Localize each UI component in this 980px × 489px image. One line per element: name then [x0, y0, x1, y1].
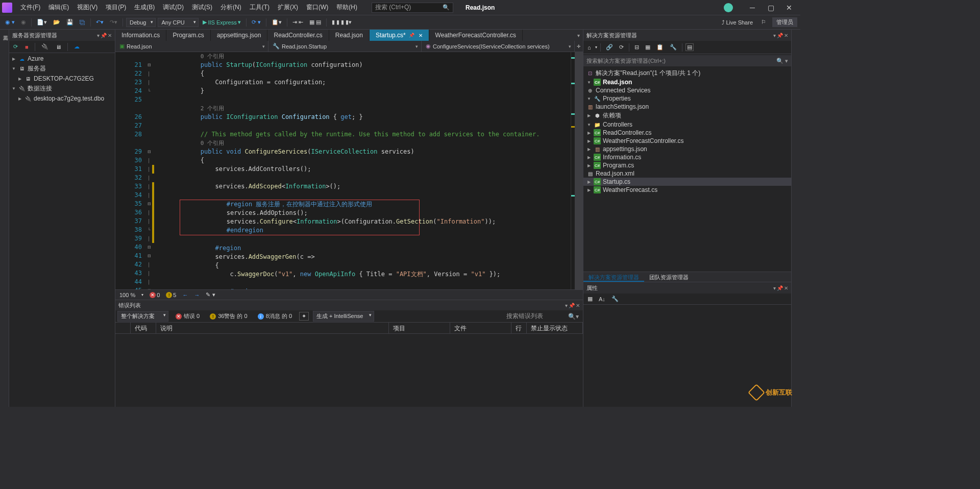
feedback-icon[interactable]: ⚐ — [759, 18, 768, 27]
redo-button[interactable]: ↷▾ — [108, 18, 119, 27]
azure-icon[interactable]: ☁ — [72, 42, 82, 51]
maximize-button[interactable]: ▢ — [766, 3, 776, 13]
collapse-icon[interactable]: ⊟ — [632, 43, 641, 52]
close-button[interactable]: ✕ — [784, 3, 794, 13]
team-explorer-tab[interactable]: 团队资源管理器 — [644, 272, 694, 282]
alphabetical-icon[interactable]: A↓ — [597, 295, 607, 303]
indent-buttons[interactable]: ⇥ ⇤ — [290, 18, 305, 27]
undo-button[interactable]: ↶▾ — [94, 18, 106, 27]
back-button[interactable]: ◉ ▾ — [3, 18, 17, 27]
properties-node[interactable]: ▼🔧Properties — [583, 94, 791, 103]
program-item[interactable]: ▶C#Program.cs — [583, 161, 791, 169]
tab-startup[interactable]: Startup.cs*📌✕ — [370, 30, 429, 41]
open-button[interactable]: 📂 — [51, 18, 62, 27]
minimize-button[interactable]: ─ — [747, 3, 757, 13]
member-dropdown[interactable]: ◉ConfigureServices(IServiceCollection se… — [422, 41, 575, 52]
code-editor[interactable]: 2122232425 262728 293031323334 35363738 … — [115, 52, 583, 289]
bookmark-buttons[interactable]: ▮ ▮ ▮ ▮▾ — [330, 18, 354, 27]
menu-view[interactable]: 视图(V) — [73, 1, 102, 14]
menu-analyze[interactable]: 分析(N) — [216, 1, 246, 14]
tab-overflow-icon[interactable]: ▾ — [577, 33, 580, 38]
pin-icon[interactable]: 📌 — [569, 303, 575, 308]
launchsettings-item[interactable]: ▥launchSettings.json — [583, 103, 791, 111]
show-all-icon[interactable]: ▦ — [643, 43, 652, 52]
tab-weathercontroller[interactable]: WeatherForecastController.cs — [429, 30, 523, 41]
dependencies-node[interactable]: ▶⬢依赖项 — [583, 111, 791, 120]
error-search-input[interactable]: 搜索错误列表🔍▾ — [504, 312, 581, 321]
appsettings-item[interactable]: ▶▥appsettings.json — [583, 145, 791, 153]
copy-icon[interactable]: 📋 — [654, 43, 666, 52]
dropdown-icon[interactable]: ▾ — [773, 33, 776, 38]
project-node[interactable]: ▼C#Read.json — [583, 78, 791, 86]
menu-file[interactable]: 文件(F) — [16, 1, 44, 14]
tool-icon[interactable]: ✎ ▾ — [206, 291, 215, 298]
properties-icon[interactable]: 🔧 — [668, 43, 679, 52]
col-description[interactable]: 说明 — [156, 323, 389, 333]
config-dropdown[interactable]: Debug — [126, 18, 156, 27]
user-avatar-icon[interactable] — [724, 3, 733, 12]
zoom-level[interactable]: 100 % — [119, 292, 135, 298]
forward-button[interactable]: ◉ — [19, 18, 28, 27]
col-code[interactable]: 代码 — [131, 323, 156, 333]
readxml-item[interactable]: ▤Read.json.xml — [583, 169, 791, 178]
menu-window[interactable]: 窗口(W) — [302, 1, 332, 14]
pin-tab-icon[interactable]: 📌 — [409, 33, 414, 38]
tool-icon-1[interactable]: 📋▾ — [270, 18, 284, 27]
warnings-filter[interactable]: !36警告 的 0 — [207, 311, 250, 321]
build-filter[interactable]: ✦ — [299, 312, 309, 321]
tab-appsettings[interactable]: appsettings.json — [211, 30, 268, 41]
connect-icon[interactable]: 🔌 — [39, 42, 51, 51]
project-dropdown[interactable]: ▣Read.json — [115, 41, 268, 52]
save-all-button[interactable]: ⿻ — [78, 18, 87, 27]
col-project[interactable]: 项目 — [389, 323, 450, 333]
controllers-folder[interactable]: ▼📁Controllers — [583, 120, 791, 129]
pin-icon[interactable]: 📌 — [101, 33, 107, 38]
menu-tools[interactable]: 工具(T) — [246, 1, 274, 14]
weathercontroller-item[interactable]: ▶C#WeatherForecastController.cs — [583, 137, 791, 145]
col-file[interactable]: 文件 — [450, 323, 511, 333]
dropdown-icon[interactable]: ▾ — [773, 285, 776, 291]
connected-services-node[interactable]: ⊕Connected Services — [583, 86, 791, 94]
props-wrench-icon[interactable]: 🔧 — [609, 295, 621, 303]
dropdown-icon[interactable]: ▾ — [97, 33, 100, 38]
global-search-input[interactable]: 搜索 (Ctrl+Q) 🔍 — [372, 3, 453, 13]
db-connection-item[interactable]: ▶🔌desktop-ac7g2eg.test.dbo — [9, 94, 115, 103]
col-suppress[interactable]: 禁止显示状态 — [527, 323, 583, 333]
solution-node[interactable]: ⊡解决方案"Read.json"(1 个项目/共 1 个) — [583, 68, 791, 78]
prev-issue-icon[interactable]: ← — [182, 292, 188, 298]
refresh-icon[interactable]: ⟳ — [11, 42, 20, 51]
close-tab-icon[interactable]: ✕ — [419, 33, 423, 38]
next-issue-icon[interactable]: → — [194, 292, 200, 298]
dropdown-icon[interactable]: ▾ — [565, 303, 568, 308]
right-rail[interactable] — [791, 30, 800, 407]
refresh-icon[interactable]: ⟳ — [617, 43, 626, 52]
menu-debug[interactable]: 调试(D) — [159, 1, 188, 14]
class-dropdown[interactable]: 🔧Read.json.Startup — [268, 41, 422, 52]
readcontroller-item[interactable]: ▶C#ReadController.cs — [583, 129, 791, 137]
solution-search-input[interactable]: 搜索解决方案资源管理器(Ctrl+;) 🔍 ▾ — [583, 55, 791, 66]
close-icon[interactable]: ✕ — [576, 303, 580, 308]
errors-filter[interactable]: ✕错误 0 — [173, 311, 203, 321]
comment-buttons[interactable]: ▦ ▤ — [307, 18, 323, 27]
pin-icon[interactable]: 📌 — [777, 33, 783, 38]
close-icon[interactable]: ✕ — [784, 285, 788, 291]
code-body[interactable]: 0 个引用 public Startup(IConfiguration conf… — [154, 52, 571, 289]
tab-information[interactable]: Information.cs — [115, 30, 166, 41]
tab-program[interactable]: Program.cs — [166, 30, 210, 41]
menu-test[interactable]: 测试(S) — [188, 1, 216, 14]
data-connections-node[interactable]: ▼🔌数据连接 — [9, 83, 115, 94]
toolbox-rail[interactable]: 工具箱 — [0, 30, 9, 407]
tab-readcontroller[interactable]: ReadController.cs — [267, 30, 329, 41]
weatherforecast-item[interactable]: ▶C#WeatherForecast.cs — [583, 186, 791, 194]
run-button[interactable]: ▶ IIS Express ▾ — [201, 18, 242, 27]
save-button[interactable]: 💾 — [64, 18, 76, 27]
browser-link-button[interactable]: ⟳ ▾ — [250, 18, 263, 27]
menu-project[interactable]: 项目(P) — [102, 1, 130, 14]
close-icon[interactable]: ✕ — [784, 33, 788, 38]
menu-build[interactable]: 生成(B) — [130, 1, 159, 14]
build-mode-dropdown[interactable]: 生成 + IntelliSense — [313, 311, 374, 322]
messages-filter[interactable]: i8消息 的 0 — [255, 311, 295, 321]
startup-item[interactable]: ▶C#Startup.cs — [583, 178, 791, 186]
close-panel-icon[interactable]: ✕ — [108, 33, 112, 38]
categorize-icon[interactable]: ▦ — [585, 295, 595, 303]
